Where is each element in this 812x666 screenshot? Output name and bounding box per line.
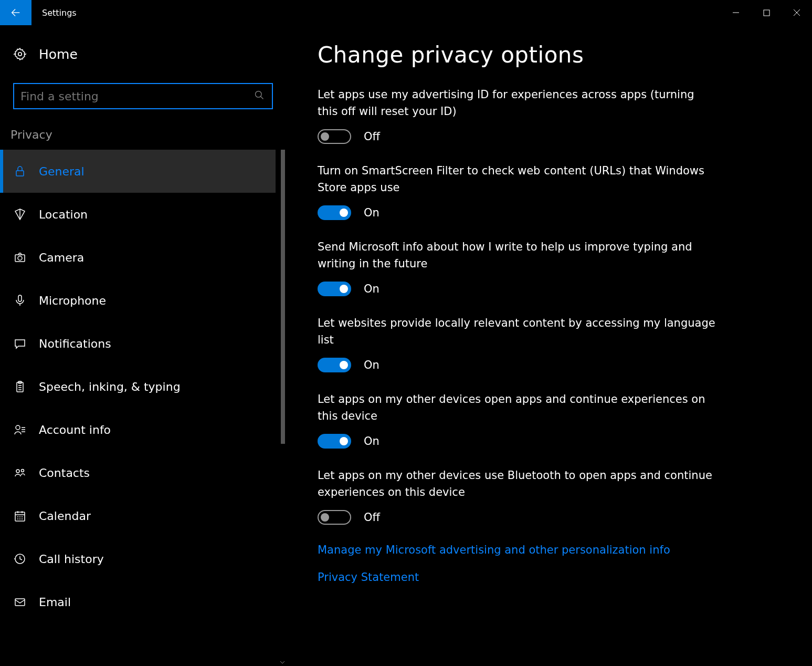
sidebar-item-label: Email <box>39 596 71 609</box>
message-icon <box>13 337 27 350</box>
minimize-icon <box>732 9 740 16</box>
main-content: Change privacy options Let apps use my a… <box>286 25 812 666</box>
toggle-smartscreen[interactable] <box>318 205 351 220</box>
window-controls <box>721 0 812 25</box>
maximize-button[interactable] <box>751 0 782 25</box>
minimize-button[interactable] <box>721 0 751 25</box>
sidebar-item-label: Calendar <box>39 509 91 523</box>
toggle-row: Off <box>318 129 775 144</box>
toggle-state-label: Off <box>364 511 380 524</box>
setting-label: Turn on SmartScreen Filter to check web … <box>318 163 716 196</box>
setting-bluetooth: Let apps on my other devices use Bluetoo… <box>318 467 775 525</box>
toggle-state-label: On <box>364 206 379 219</box>
gear-icon <box>13 47 27 61</box>
svg-point-11 <box>22 470 24 472</box>
contacts-icon <box>13 466 27 479</box>
toggle-language-list[interactable] <box>318 358 351 372</box>
arrow-left-icon <box>10 7 22 18</box>
close-button[interactable] <box>782 0 812 25</box>
toggle-typing-info[interactable] <box>318 282 351 296</box>
sidebar-item-label: Contacts <box>39 466 90 480</box>
svg-point-1 <box>18 53 22 56</box>
toggle-bluetooth[interactable] <box>318 510 351 525</box>
home-button[interactable]: Home <box>0 37 286 71</box>
location-icon <box>13 208 27 221</box>
sidebar-item-notifications[interactable]: Notifications <box>0 322 276 365</box>
sidebar-scrollbar-thumb[interactable] <box>281 150 285 444</box>
home-label: Home <box>39 47 78 62</box>
window-title: Settings <box>31 0 77 25</box>
sidebar-item-label: Microphone <box>39 294 106 307</box>
sidebar-item-speech[interactable]: Speech, inking, & typing <box>0 365 276 408</box>
svg-point-9 <box>16 425 20 430</box>
svg-rect-14 <box>15 599 25 606</box>
svg-rect-3 <box>16 171 24 176</box>
sidebar-item-label: Call history <box>39 553 104 566</box>
sidebar-item-account[interactable]: Account info <box>0 408 276 451</box>
sidebar-item-label: Account info <box>39 423 111 436</box>
setting-cross-device: Let apps on my other devices open apps a… <box>318 391 775 449</box>
toggle-row: On <box>318 282 775 296</box>
email-icon <box>13 596 27 608</box>
sidebar-item-contacts[interactable]: Contacts <box>0 451 276 494</box>
sidebar-item-label: Speech, inking, & typing <box>39 380 181 393</box>
category-label: Privacy <box>0 109 286 150</box>
setting-label: Let apps on my other devices use Bluetoo… <box>318 467 716 501</box>
sidebar-item-label: General <box>39 165 85 178</box>
history-icon <box>13 553 27 565</box>
sidebar-item-microphone[interactable]: Microphone <box>0 279 276 322</box>
camera-icon <box>13 251 27 264</box>
toggle-knob <box>340 361 348 369</box>
toggle-state-label: On <box>364 359 379 371</box>
setting-label: Let apps use my advertising ID for exper… <box>318 87 716 120</box>
svg-rect-6 <box>18 295 22 301</box>
toggle-knob <box>321 513 329 522</box>
toggle-row: On <box>318 358 775 372</box>
sidebar-item-label: Camera <box>39 251 84 264</box>
toggle-row: On <box>318 434 775 449</box>
setting-typing-info: Send Microsoft info about how I write to… <box>318 239 775 296</box>
sidebar-scrollbar[interactable] <box>280 150 286 666</box>
sidebar: Home Privacy GeneralLocationCameraMicrop… <box>0 25 286 666</box>
clipboard-icon <box>13 380 27 393</box>
sidebar-item-general[interactable]: General <box>0 150 276 193</box>
sidebar-item-callhistory[interactable]: Call history <box>0 537 276 580</box>
svg-point-5 <box>18 256 22 261</box>
toggle-row: Off <box>318 510 775 525</box>
back-button[interactable] <box>0 0 31 25</box>
close-icon <box>793 9 800 16</box>
sidebar-item-camera[interactable]: Camera <box>0 236 276 279</box>
account-icon <box>13 423 27 436</box>
link-manage-ads[interactable]: Manage my Microsoft advertising and othe… <box>318 544 775 556</box>
sidebar-item-location[interactable]: Location <box>0 193 276 236</box>
svg-rect-0 <box>764 10 769 16</box>
maximize-icon <box>763 9 770 16</box>
sidebar-item-label: Notifications <box>39 337 111 350</box>
svg-point-10 <box>16 470 19 473</box>
toggle-cross-device[interactable] <box>318 434 351 449</box>
microphone-icon <box>13 294 27 307</box>
toggle-state-label: On <box>364 283 379 295</box>
link-privacy-statement[interactable]: Privacy Statement <box>318 571 775 584</box>
page-heading: Change privacy options <box>318 42 775 68</box>
toggle-knob <box>321 132 329 141</box>
sidebar-item-calendar[interactable]: Calendar <box>0 494 276 537</box>
lock-icon <box>13 165 27 178</box>
calendar-icon <box>13 509 27 522</box>
search-input[interactable] <box>13 83 273 109</box>
toggle-state-label: Off <box>364 130 380 143</box>
setting-language-list: Let websites provide locally relevant co… <box>318 315 775 372</box>
nav: GeneralLocationCameraMicrophoneNotificat… <box>0 150 286 666</box>
chevron-down-icon <box>280 657 285 666</box>
toggle-advertising-id[interactable] <box>318 129 351 144</box>
setting-label: Let websites provide locally relevant co… <box>318 315 716 348</box>
toggle-knob <box>340 285 348 293</box>
setting-label: Send Microsoft info about how I write to… <box>318 239 716 272</box>
search-container <box>13 83 273 109</box>
toggle-knob <box>340 437 348 445</box>
setting-label: Let apps on my other devices open apps a… <box>318 391 716 424</box>
setting-smartscreen: Turn on SmartScreen Filter to check web … <box>318 163 775 220</box>
titlebar: Settings <box>0 0 812 25</box>
sidebar-item-email[interactable]: Email <box>0 580 276 623</box>
toggle-row: On <box>318 205 775 220</box>
